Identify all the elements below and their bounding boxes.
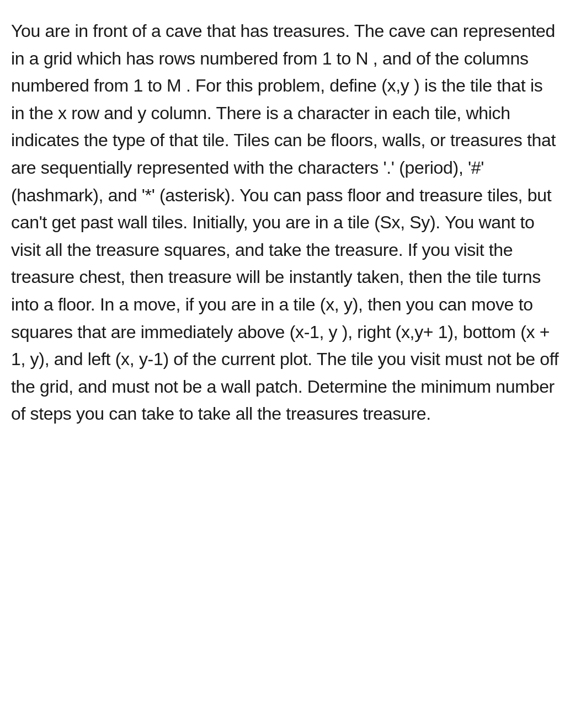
problem-statement: You are in front of a cave that has trea… bbox=[11, 18, 559, 428]
page-container: You are in front of a cave that has trea… bbox=[0, 0, 570, 450]
